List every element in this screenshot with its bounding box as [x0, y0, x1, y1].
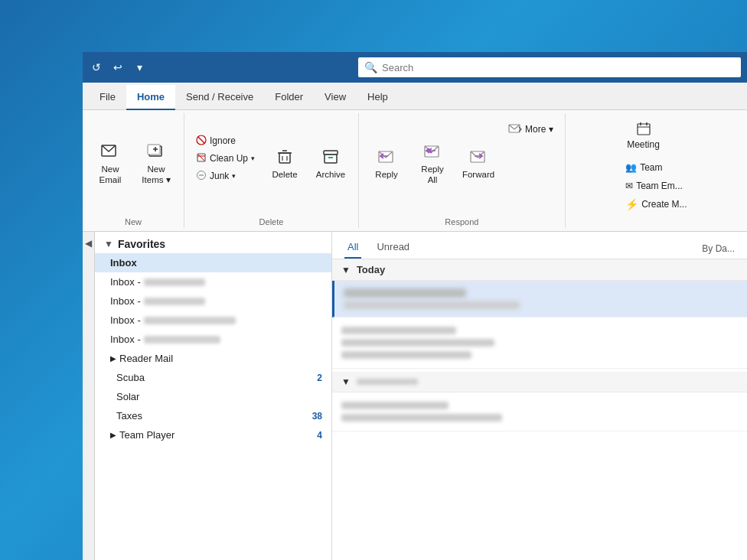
more-icon [508, 122, 522, 138]
taxes-label: Taxes [116, 410, 142, 422]
cleanup-icon [196, 152, 207, 165]
email-item-3[interactable] [332, 392, 747, 431]
sidebar: ▼ Favorites Inbox Inbox - Inbox - Inbox … [95, 232, 332, 560]
reply-all-button[interactable]: ReplyAll [411, 139, 454, 190]
sidebar-item-inbox-active[interactable]: Inbox [95, 253, 331, 272]
junk-label: Junk [210, 171, 229, 181]
paul-btn[interactable]: ✉ Team Em... [620, 177, 688, 194]
archive-button[interactable]: Archive [309, 139, 352, 190]
team-icon: 👥 [625, 162, 637, 173]
sidebar-item-team-player[interactable]: ▶ Team Player 4 [95, 425, 331, 444]
sidebar-item-inbox-4[interactable]: Inbox - [95, 330, 331, 349]
ribbon-group-delete: Ignore Clean Up ▾ Junk ▾ [184, 113, 359, 228]
group-name-blurred [357, 379, 418, 385]
team-player-count: 4 [317, 430, 322, 441]
ribbon-group-meeting: Meeting 👥 Team ✉ Team Em... ⚡ Create M..… [566, 113, 747, 228]
inbox-4-label: Inbox - [110, 334, 141, 345]
tab-help[interactable]: Help [357, 85, 399, 110]
sidebar-item-inbox-1[interactable]: Inbox - [95, 272, 331, 291]
sidebar-item-inbox-2[interactable]: Inbox - [95, 291, 331, 311]
favorites-header[interactable]: ▼ Favorites [95, 232, 331, 253]
email-item-1-content [344, 288, 738, 309]
ribbon: NewEmail NewItems ▾ New [83, 110, 747, 232]
reply-all-icon [423, 143, 442, 163]
svg-rect-12 [279, 153, 290, 163]
create-m-btn[interactable]: ⚡ Create M... [620, 196, 692, 213]
sidebar-item-inbox-3[interactable]: Inbox - [95, 311, 331, 330]
sidebar-item-solar[interactable]: Solar [95, 387, 331, 406]
forward-icon [469, 148, 488, 168]
team-label-btn[interactable]: 👥 Team [620, 159, 667, 176]
svg-rect-27 [638, 124, 650, 135]
search-bar: 🔍 [358, 57, 741, 77]
inbox-3-label: Inbox - [110, 314, 141, 326]
more-label: More ▾ [525, 124, 553, 135]
new-email-label: NewEmail [99, 164, 122, 186]
tab-folder[interactable]: Folder [264, 85, 314, 110]
new-items-button[interactable]: NewItems ▾ [135, 139, 178, 190]
paul-icon: ✉ [625, 181, 633, 191]
favorites-chevron: ▼ [104, 239, 113, 249]
group-chevron: ▼ [341, 376, 351, 387]
quick-access-dropdown[interactable]: ▾ [132, 60, 147, 75]
inbox-active-label: Inbox [110, 257, 137, 269]
email-3-sender [341, 402, 449, 409]
email-item-2[interactable] [332, 317, 747, 369]
meeting-button[interactable]: Meeting [620, 116, 667, 155]
svg-rect-18 [325, 155, 337, 163]
tab-file[interactable]: File [89, 85, 126, 110]
email-2-preview [341, 351, 471, 359]
junk-icon [196, 170, 207, 183]
refresh-icon[interactable]: ↺ [89, 60, 104, 75]
tab-home[interactable]: Home [126, 85, 175, 110]
email-group-separator: ▼ [332, 372, 747, 392]
search-input[interactable] [382, 62, 735, 73]
forward-button[interactable]: Forward [457, 139, 500, 190]
main-body: ◀ ▼ Favorites Inbox Inbox - Inbox - Inbo… [83, 232, 747, 560]
tab-unread[interactable]: Unread [374, 238, 413, 259]
scuba-label: Scuba [116, 372, 145, 383]
inbox-3-blurred [144, 317, 236, 324]
new-email-button[interactable]: NewEmail [89, 139, 132, 190]
email-item-1[interactable] [332, 281, 747, 317]
undo-icon[interactable]: ↩ [110, 60, 126, 75]
team-player-chevron: ▶ [110, 431, 116, 439]
team-player-label: Team Player [119, 429, 175, 441]
email-group-today: ▼ Today [332, 259, 747, 281]
cleanup-dropdown-icon: ▾ [251, 155, 255, 162]
tab-send-receive[interactable]: Send / Receive [175, 85, 264, 110]
meeting-label: Meeting [627, 139, 660, 150]
ribbon-group-new-label: New [83, 217, 184, 226]
new-items-icon [147, 143, 165, 163]
sidebar-toggle[interactable]: ◀ [83, 232, 95, 560]
archive-label: Archive [316, 170, 345, 181]
cleanup-label: Clean Up [210, 153, 248, 164]
sidebar-item-scuba[interactable]: Scuba 2 [95, 368, 331, 387]
inbox-1-label: Inbox - [110, 276, 141, 288]
cleanup-button[interactable]: Clean Up ▾ [191, 150, 260, 167]
reply-icon [377, 148, 396, 168]
meeting-icon [637, 122, 651, 138]
delete-button[interactable]: Delete [263, 139, 306, 190]
more-respond-button[interactable]: More ▾ [503, 121, 559, 138]
ignore-button[interactable]: Ignore [191, 132, 260, 149]
tab-view[interactable]: View [314, 85, 357, 110]
ignore-icon [196, 135, 207, 148]
sort-label[interactable]: By Da... [702, 243, 735, 254]
sidebar-item-reader-mail[interactable]: ▶ Reader Mail [95, 349, 331, 368]
email-list: ▼ Today ▼ [332, 259, 747, 560]
create-m-icon: ⚡ [625, 198, 638, 210]
inbox-1-blurred [144, 278, 205, 286]
email-2-sender [341, 327, 456, 334]
junk-button[interactable]: Junk ▾ [191, 168, 260, 184]
solar-label: Solar [116, 391, 139, 402]
inbox-2-label: Inbox - [110, 295, 141, 307]
inbox-2-blurred [144, 298, 205, 305]
tab-all[interactable]: All [344, 238, 361, 259]
sidebar-item-taxes[interactable]: Taxes 38 [95, 406, 331, 425]
forward-label: Forward [462, 170, 494, 181]
paul-label: Team Em... [636, 181, 683, 191]
reply-button[interactable]: Reply [365, 139, 408, 190]
delete-small-buttons: Ignore Clean Up ▾ Junk ▾ [191, 132, 260, 197]
delete-icon [276, 148, 293, 168]
